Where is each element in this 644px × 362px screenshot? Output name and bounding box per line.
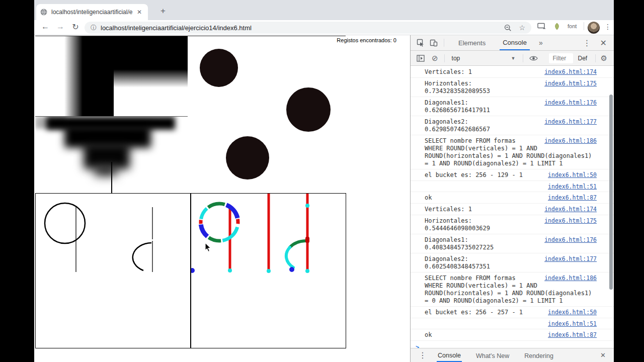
- filter-input[interactable]: Filter: [549, 53, 573, 63]
- console-source-link[interactable]: index6.html:175: [544, 80, 597, 87]
- console-message-text: Diagonales1: 0.40834845735027225: [425, 236, 494, 251]
- console-message-text: Verticales: 1: [425, 68, 472, 75]
- console-row: index6.html:174Verticales: 1: [411, 66, 614, 78]
- devtools-tabbar: Elements Console » ⋮ ✕: [411, 35, 614, 51]
- endpoint-dot-cyan: [267, 269, 271, 273]
- console-source-link[interactable]: index6.html:177: [544, 255, 597, 263]
- console-prompt-icon[interactable]: >: [416, 344, 419, 348]
- console-row: index6.html:174Verticales: 1: [411, 204, 614, 215]
- browser-menu-icon[interactable]: ⋮: [602, 23, 614, 31]
- console-row: index6.html:87ok: [411, 192, 614, 204]
- console-source-link[interactable]: index6.html:174: [544, 68, 597, 76]
- console-row: index6.html:51: [411, 318, 614, 329]
- mouse-cursor-icon: [205, 242, 212, 252]
- console-message-text: Diagonales2: 0.6298507462686567: [425, 118, 490, 133]
- drawer-tab-whats-new[interactable]: What's New: [475, 349, 510, 361]
- blurred-shape-image: [35, 36, 188, 193]
- sketch-arc: [133, 243, 151, 270]
- profile-avatar[interactable]: [588, 22, 600, 34]
- console-source-link[interactable]: index6.html:50: [548, 171, 597, 179]
- leaf-extension-icon[interactable]: [553, 23, 560, 30]
- drawer-tab-console[interactable]: Console: [437, 349, 462, 362]
- browser-toolbar: ← → ↻ ⓘ localhost/inteligenciaartificial…: [34, 20, 614, 35]
- console-source-link[interactable]: index6.html:174: [544, 206, 597, 213]
- console-source-link[interactable]: index6.html:175: [544, 217, 597, 225]
- reload-button[interactable]: ↻: [69, 22, 82, 32]
- console-row: index6.html:186SELECT nombre FROM formas…: [411, 273, 614, 307]
- browser-tab[interactable]: localhost/inteligenciaartificial/e ✕: [36, 4, 148, 20]
- console-source-link[interactable]: index6.html:177: [544, 118, 597, 126]
- console-log-area[interactable]: index6.html:174Verticales: 1index6.html:…: [411, 66, 614, 348]
- black-circle-blob: [200, 49, 238, 87]
- console-message-text: ok: [425, 194, 432, 201]
- detected-arc-cyan: [286, 247, 293, 267]
- console-message-text: Horizontales: 0.5444646098003629: [425, 217, 490, 232]
- console-source-link[interactable]: index6.html:87: [548, 331, 597, 339]
- settings-gear-icon[interactable]: ⚙: [601, 54, 607, 63]
- console-source-link[interactable]: index6.html:50: [548, 309, 597, 316]
- device-toolbar-icon[interactable]: [430, 39, 438, 47]
- drawer-tab-rendering[interactable]: Rendering: [523, 349, 554, 361]
- console-message-text: ok: [425, 331, 432, 338]
- console-message-text: el bucket es: 256 - 129 - 1: [425, 171, 523, 178]
- tab-close-icon[interactable]: ✕: [137, 9, 142, 16]
- context-caret-icon[interactable]: ▼: [511, 56, 516, 61]
- detected-arc-green: [290, 241, 305, 247]
- console-source-link[interactable]: index6.html:186: [544, 275, 597, 282]
- endpoint-dot-blue: [191, 268, 195, 273]
- context-selector[interactable]: top: [452, 55, 511, 62]
- console-row: index6.html:177Diagonales2: 0.6298507462…: [411, 116, 614, 135]
- clear-console-icon[interactable]: ⊘: [432, 54, 438, 63]
- cast-extension-icon[interactable]: [537, 23, 546, 30]
- forward-button[interactable]: →: [54, 22, 66, 31]
- console-message-text: Diagonales2: 0.6025408348457351: [425, 255, 490, 270]
- console-message-text: Verticales: 1: [425, 206, 472, 213]
- endpoint-dot-cyan: [305, 269, 309, 273]
- console-source-link[interactable]: index6.html:51: [548, 183, 597, 191]
- console-source-link[interactable]: index6.html:51: [548, 320, 597, 328]
- eye-icon[interactable]: [529, 55, 538, 61]
- font-extension-button[interactable]: font: [568, 23, 577, 29]
- console-scrollbar[interactable]: [609, 95, 613, 290]
- zoom-out-icon[interactable]: [504, 24, 512, 32]
- console-row: index6.html:50el bucket es: 256 - 257 - …: [411, 307, 614, 318]
- back-button[interactable]: ←: [39, 22, 51, 31]
- devtools-tab-elements[interactable]: Elements: [455, 36, 489, 50]
- console-message-list: index6.html:174Verticales: 1index6.html:…: [411, 66, 614, 341]
- console-source-link[interactable]: index6.html:186: [544, 137, 597, 145]
- devtools-drawer-bar: ⋮ Console What's New Rendering ✕: [411, 348, 614, 362]
- sketch-canvas[interactable]: [35, 193, 191, 348]
- detection-canvas[interactable]: [191, 193, 346, 348]
- console-sidebar-icon[interactable]: [417, 55, 425, 62]
- new-tab-button[interactable]: +: [157, 6, 169, 16]
- console-row: index6.html:175Horizontales: 0.544464609…: [411, 215, 614, 234]
- drawer-menu-icon[interactable]: ⋮: [419, 350, 427, 360]
- url-text[interactable]: localhost/inteligenciaartificial/ejercic…: [101, 24, 504, 32]
- arc-line-junction: [305, 237, 309, 243]
- browser-window: localhost/inteligenciaartificial/e ✕ + ←…: [34, 0, 614, 362]
- sketch-circle: [45, 203, 85, 243]
- segmented-circle: [201, 204, 238, 241]
- console-row: index6.html:186SELECT nombre FROM formas…: [411, 135, 614, 169]
- black-circle-blob: [286, 87, 331, 132]
- console-message-text: Diagonales1: 0.6268656716417911: [425, 99, 490, 114]
- devtools-tab-console[interactable]: Console: [500, 35, 530, 50]
- devtools-close-icon[interactable]: ✕: [600, 38, 607, 48]
- console-source-link[interactable]: index6.html:176: [544, 236, 597, 244]
- console-source-link[interactable]: index6.html:87: [548, 194, 597, 202]
- page-info-icon[interactable]: ⓘ: [91, 24, 97, 32]
- globe-favicon-icon: [40, 9, 47, 16]
- console-row: index6.html:176Diagonales1: 0.6268656716…: [411, 97, 614, 116]
- endpoint-dot-cyan: [305, 204, 309, 208]
- console-message-text: el bucket es: 256 - 257 - 1: [425, 309, 523, 316]
- more-tabs-icon[interactable]: »: [539, 39, 543, 47]
- bookmark-star-icon[interactable]: ☆: [519, 24, 525, 32]
- address-bar[interactable]: ⓘ localhost/inteligenciaartificial/ejerc…: [85, 22, 531, 34]
- devtools-menu-icon[interactable]: ⋮: [583, 38, 591, 48]
- console-source-link[interactable]: index6.html:176: [544, 99, 597, 107]
- devtools-panel: Elements Console » ⋮ ✕ ⊘ top ▼ Filter De…: [410, 35, 614, 362]
- inspect-element-icon[interactable]: [417, 39, 425, 47]
- black-circle-blob: [226, 136, 269, 179]
- drawer-close-icon[interactable]: ✕: [600, 351, 606, 359]
- log-levels-dropdown[interactable]: Def: [578, 55, 591, 62]
